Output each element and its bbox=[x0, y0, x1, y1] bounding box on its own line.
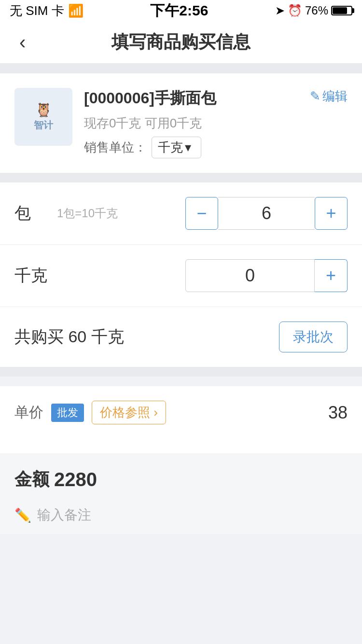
bao-row: 包 1包=10千克 − + bbox=[0, 182, 362, 245]
bao-label: 包 bbox=[14, 202, 53, 224]
remark-placeholder: 输入备注 bbox=[37, 506, 91, 524]
bao-hint: 1包=10千克 bbox=[57, 206, 185, 221]
edit-label: 编辑 bbox=[322, 88, 348, 105]
bottom-spacer bbox=[0, 534, 362, 644]
price-section: 单价 批发 价格参照 › 38 bbox=[0, 386, 362, 453]
bao-plus-button[interactable]: + bbox=[315, 197, 348, 230]
price-ref-label: 价格参照 › bbox=[100, 404, 158, 421]
edit-icon: ✎ bbox=[310, 89, 320, 104]
battery-icon bbox=[331, 6, 352, 15]
bao-input[interactable] bbox=[218, 197, 315, 230]
sim-label: 无 SIM 卡 bbox=[10, 2, 64, 19]
alarm-icon: ⏰ bbox=[288, 4, 302, 17]
total-label: 共购买 60 千克 bbox=[14, 326, 124, 348]
section-divider-top bbox=[0, 64, 362, 73]
price-row: 单价 批发 价格参照 › 38 bbox=[14, 401, 348, 424]
price-type-tag: 批发 bbox=[51, 404, 84, 422]
bao-controls: − + bbox=[185, 197, 348, 230]
total-row: 共购买 60 千克 录批次 bbox=[0, 307, 362, 367]
back-button[interactable]: ‹ bbox=[14, 27, 30, 58]
kg-row: 千克 + bbox=[0, 245, 362, 307]
record-batch-button[interactable]: 录批次 bbox=[279, 322, 348, 352]
product-card: 🦉 智计 [0000006]手撕面包 现存0千克 可用0千克 销售单位： 千克 … bbox=[0, 73, 362, 173]
product-info: [0000006]手撕面包 现存0千克 可用0千克 销售单位： 千克 ▾ bbox=[84, 88, 348, 158]
amount-value: 2280 bbox=[54, 469, 97, 490]
battery-percent: 76% bbox=[305, 4, 328, 17]
price-value: 38 bbox=[328, 403, 348, 423]
unit-select[interactable]: 千克 ▾ bbox=[152, 137, 201, 158]
status-right: ➤ ⏰ 76% bbox=[275, 4, 352, 17]
product-name: [0000006]手撕面包 bbox=[84, 88, 348, 109]
status-bar: 无 SIM 卡 📶 下午2:56 ➤ ⏰ 76% bbox=[0, 0, 362, 21]
kg-controls: + bbox=[185, 259, 348, 292]
kg-label: 千克 bbox=[14, 265, 185, 287]
form-section: 包 1包=10千克 − + 千克 + 共购买 60 千克 录批次 bbox=[0, 182, 362, 367]
section-divider-3 bbox=[0, 367, 362, 377]
nav-bar: ‹ 填写商品购买信息 bbox=[0, 21, 362, 64]
pencil-icon: ✏️ bbox=[14, 507, 31, 523]
amount-row: 金额 2280 bbox=[14, 468, 348, 491]
kg-plus-button[interactable]: + bbox=[315, 259, 348, 292]
unit-label: 销售单位： bbox=[84, 139, 147, 156]
price-ref-button[interactable]: 价格参照 › bbox=[92, 401, 166, 424]
wifi-icon: 📶 bbox=[68, 3, 84, 18]
status-left: 无 SIM 卡 📶 bbox=[10, 2, 84, 19]
section-divider-2 bbox=[0, 173, 362, 182]
location-icon: ➤ bbox=[275, 4, 285, 17]
product-stock: 现存0千克 可用0千克 bbox=[84, 115, 348, 132]
unit-value: 千克 bbox=[158, 139, 183, 156]
product-logo: 🦉 智计 bbox=[34, 102, 53, 132]
product-image: 🦉 智计 bbox=[14, 88, 72, 146]
status-time: 下午2:56 bbox=[150, 1, 208, 21]
price-label: 单价 bbox=[14, 403, 43, 422]
edit-button[interactable]: ✎ 编辑 bbox=[310, 88, 348, 105]
amount-label: 金额 bbox=[14, 468, 49, 491]
bao-minus-button[interactable]: − bbox=[185, 197, 218, 230]
page-title: 填写商品购买信息 bbox=[111, 30, 251, 54]
kg-input[interactable] bbox=[185, 259, 315, 292]
product-unit-row: 销售单位： 千克 ▾ bbox=[84, 137, 348, 158]
amount-section: 金额 2280 ✏️ 输入备注 bbox=[0, 453, 362, 534]
chevron-down-icon: ▾ bbox=[185, 140, 191, 155]
remark-row[interactable]: ✏️ 输入备注 bbox=[14, 501, 348, 529]
